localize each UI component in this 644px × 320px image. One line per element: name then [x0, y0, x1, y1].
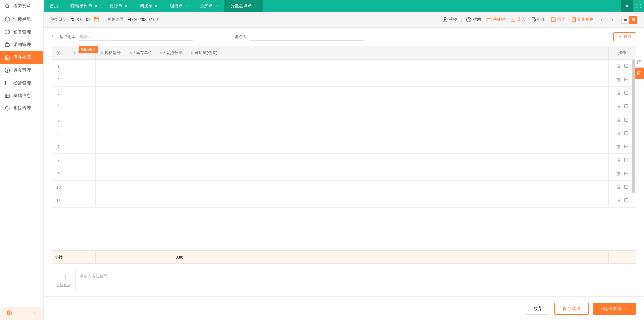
cell-product[interactable] — [65, 181, 96, 194]
add-row-icon[interactable] — [624, 104, 628, 109]
tab-1[interactable]: 其他出库单✕ — [64, 0, 103, 12]
cell-spec[interactable] — [96, 60, 126, 73]
warehouse-more-icon[interactable]: ··· — [196, 34, 201, 39]
history-link[interactable]: 历史单据 — [569, 17, 596, 22]
next-icon[interactable] — [608, 17, 617, 22]
delete-row-icon[interactable] — [616, 77, 621, 83]
cell-qty[interactable] — [156, 127, 186, 140]
cell-avail[interactable] — [186, 127, 609, 140]
cell-spec[interactable] — [96, 154, 126, 167]
save-new-button[interactable]: 保存&新增 — [593, 303, 636, 315]
tab-5[interactable]: 拆卸单✕ — [194, 0, 224, 12]
cell-qty[interactable] — [156, 140, 186, 153]
delete-row-icon[interactable] — [616, 91, 621, 96]
close-icon[interactable]: ✕ — [125, 4, 128, 8]
cell-qty[interactable] — [156, 87, 186, 100]
delete-row-icon[interactable] — [616, 198, 621, 203]
cell-avail[interactable] — [186, 60, 609, 73]
cell-unit[interactable] — [126, 127, 156, 140]
cell-avail[interactable] — [186, 73, 609, 86]
cell-avail[interactable] — [186, 167, 609, 180]
sidebar-item-sale[interactable]: 销售管理 — [0, 26, 43, 38]
add-row-icon[interactable] — [624, 77, 628, 83]
cell-product[interactable] — [65, 194, 96, 207]
delete-row-icon[interactable] — [616, 104, 621, 109]
cell-unit[interactable] — [126, 140, 156, 153]
settings-icon[interactable] — [7, 310, 12, 317]
cell-product[interactable] — [65, 140, 96, 153]
delete-row-icon[interactable] — [616, 144, 621, 150]
cell-qty[interactable] — [156, 154, 186, 167]
close-tab-button[interactable] — [621, 0, 633, 12]
person-more-icon[interactable]: ··· — [367, 34, 372, 39]
sidebar-item-home[interactable]: 快捷导航 — [0, 13, 43, 26]
cell-qty[interactable] — [156, 100, 186, 113]
close-icon[interactable]: ✕ — [215, 4, 218, 8]
tab-2[interactable]: 要货单✕ — [103, 0, 134, 12]
close-icon[interactable]: ✕ — [185, 4, 188, 8]
tab-6[interactable]: 分量盘点单✕ — [224, 0, 263, 12]
cell-product[interactable] — [65, 154, 96, 167]
cell-spec[interactable] — [96, 113, 126, 127]
sidebar-item-inventory[interactable]: 库存核算 — [0, 51, 43, 64]
prev-icon[interactable] — [597, 17, 606, 22]
add-row-icon[interactable] — [624, 185, 628, 190]
side-tab-1[interactable] — [635, 57, 644, 68]
delete-row-icon[interactable] — [616, 118, 621, 123]
cell-avail[interactable] — [186, 154, 609, 167]
calendar-icon[interactable] — [94, 16, 99, 23]
sidebar-item-purchase[interactable]: 采购管理 — [0, 38, 43, 51]
sidebar-item-system[interactable]: 系统管理 — [0, 102, 43, 115]
cell-spec[interactable] — [96, 181, 126, 194]
cell-product[interactable] — [65, 113, 96, 127]
cell-qty[interactable] — [156, 60, 186, 73]
cell-avail[interactable] — [186, 87, 609, 100]
tab-0[interactable]: 首页 — [44, 0, 64, 12]
col-qty[interactable]: ▲▼*盘点数量 — [156, 46, 186, 59]
cell-spec[interactable] — [96, 140, 126, 153]
cell-spec[interactable] — [96, 73, 126, 86]
close-icon[interactable]: ✕ — [155, 4, 158, 8]
tab-4[interactable]: 组装单✕ — [164, 0, 194, 12]
cell-product[interactable] — [65, 167, 96, 180]
cell-avail[interactable] — [186, 194, 609, 207]
add-row-icon[interactable] — [624, 171, 628, 177]
cell-spec[interactable] — [96, 87, 126, 100]
scrollbar-thumb[interactable] — [632, 60, 635, 193]
cell-spec[interactable] — [96, 127, 126, 140]
delete-row-icon[interactable] — [616, 64, 621, 69]
add-row-icon[interactable] — [624, 64, 628, 69]
col-spec[interactable]: ▲▼规格型号 — [96, 46, 126, 59]
delete-row-icon[interactable] — [616, 158, 621, 163]
date-value[interactable]: 2023-06-02 — [70, 17, 90, 22]
cell-unit[interactable] — [126, 113, 156, 127]
col-product[interactable]: ▲▼*商品 扫码录入 — [65, 46, 96, 59]
cell-unit[interactable] — [126, 181, 156, 194]
view-form-button[interactable]: ▤ — [629, 16, 637, 24]
import-link[interactable]: 导入 — [508, 17, 527, 22]
hotkey-link[interactable]: 快捷键 — [484, 17, 507, 22]
add-row-icon[interactable] — [624, 131, 628, 136]
cell-spec[interactable] — [96, 167, 126, 180]
cell-unit[interactable] — [126, 60, 156, 73]
note-input[interactable] — [76, 269, 636, 292]
col-unit[interactable]: ▲▼*库存单位 — [126, 46, 156, 59]
cell-unit[interactable] — [126, 87, 156, 100]
person-input[interactable] — [250, 33, 364, 41]
cell-spec[interactable] — [96, 100, 126, 113]
cell-qty[interactable] — [156, 113, 186, 127]
add-row-icon[interactable] — [624, 118, 628, 123]
delete-row-icon[interactable] — [616, 171, 621, 177]
cell-product[interactable] — [65, 73, 96, 86]
sidebar-item-report[interactable]: 经营管理 — [0, 77, 43, 89]
warehouse-input[interactable] — [79, 33, 193, 41]
sidebar-item-finance[interactable]: 资金管理 — [0, 64, 43, 77]
fullscreen-button[interactable] — [633, 0, 644, 12]
settings-button[interactable]: 设置 — [613, 32, 636, 41]
cell-qty[interactable] — [156, 73, 186, 86]
cell-spec[interactable] — [96, 194, 126, 207]
cell-product[interactable] — [65, 100, 96, 113]
gear-column-icon[interactable] — [52, 46, 65, 59]
scan-badge[interactable]: 扫码录入 — [79, 46, 98, 53]
operate-link[interactable]: 操作 — [549, 17, 567, 22]
